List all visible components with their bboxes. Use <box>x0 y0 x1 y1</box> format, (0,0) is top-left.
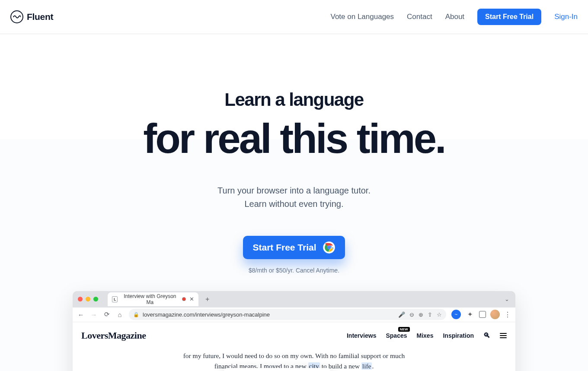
sitenav-inspiration[interactable]: Inspiration <box>443 332 474 339</box>
hero-section: Learn a language for real this time. Tur… <box>0 34 588 371</box>
site-nav: Interviews Spaces Mixes Inspiration 🔍︎ <box>347 332 507 339</box>
zoom-in-icon[interactable]: ⊕ <box>419 311 423 318</box>
minimize-dot-icon <box>86 297 90 301</box>
hero-sub1: Turn your browser into a language tutor. <box>0 184 588 197</box>
pronunciation-popup: PRONUNCIATION LESSON ✕ EN city (noun) <box>224 368 330 371</box>
nav-vote[interactable]: Vote on Languages <box>331 13 394 21</box>
svg-point-3 <box>327 246 330 249</box>
url-text: loversmagazine.com/interviews/greyson-ma… <box>143 311 270 318</box>
close-dot-icon <box>78 297 83 301</box>
hero-subtitle: Turn your browser into a language tutor.… <box>0 184 588 211</box>
tab-title: Interview with Greyson Ma <box>121 293 179 305</box>
hero-cta-label: Start Free Trial <box>252 242 316 253</box>
zoom-out-icon[interactable]: ⊖ <box>409 311 414 318</box>
hero-price: $8/mth or $50/yr. Cancel Anytime. <box>249 267 339 274</box>
browser-tab[interactable]: L Interview with Greyson Ma ✕ <box>108 292 198 306</box>
header-cta-button[interactable]: Start Free Trial <box>477 9 541 25</box>
url-bar[interactable]: 🔒 loversmagazine.com/interviews/greyson-… <box>129 309 446 320</box>
nav-contact[interactable]: Contact <box>407 13 432 21</box>
maximize-dot-icon <box>93 297 98 301</box>
back-icon[interactable]: ← <box>77 311 85 318</box>
browser-mockup: L Interview with Greyson Ma ✕ + ⌄ ← → ⟳ … <box>73 291 515 371</box>
tabs-dropdown-icon[interactable]: ⌄ <box>505 296 509 302</box>
chrome-icon <box>323 241 336 254</box>
hero-heading: Learn a language for real this time. <box>0 90 588 161</box>
share-icon[interactable]: ⇧ <box>428 311 432 318</box>
brand-logo[interactable]: Fluent <box>10 10 53 23</box>
lock-icon: 🔒 <box>133 312 139 317</box>
tab-close-icon[interactable]: ✕ <box>189 296 194 302</box>
highlighted-word-life[interactable]: life <box>361 362 372 370</box>
home-icon[interactable]: ⌂ <box>116 311 124 318</box>
reload-icon[interactable]: ⟳ <box>103 311 111 318</box>
main-nav: Vote on Languages Contact About Start Fr… <box>331 9 578 25</box>
signin-link[interactable]: Sign-In <box>554 13 578 21</box>
hero-cta-group: Start Free Trial $8/mth or $50/yr. Cance… <box>0 236 588 274</box>
hero-sub2: Learn without even trying. <box>0 197 588 211</box>
extension-icons: ~ ✦ ⋮ <box>451 310 511 319</box>
forward-icon: → <box>90 311 98 318</box>
sidepanel-icon[interactable] <box>479 311 486 318</box>
hero-line1: Learn a language <box>0 90 588 109</box>
browser-tabbar: L Interview with Greyson Ma ✕ + ⌄ <box>73 291 515 308</box>
browser-addressbar: ← → ⟳ ⌂ 🔒 loversmagazine.com/interviews/… <box>73 308 515 322</box>
url-right-icons: 🎤 ⊖ ⊕ ⇧ ☆ <box>398 311 442 318</box>
hero-cta-button[interactable]: Start Free Trial <box>243 236 345 259</box>
brand-name: Fluent <box>27 12 53 22</box>
mock-page-header: LoversMagazine Interviews Spaces Mixes I… <box>81 330 507 341</box>
sitenav-mixes[interactable]: Mixes <box>417 332 434 339</box>
profile-avatar[interactable] <box>490 310 500 319</box>
site-logo[interactable]: LoversMagazine <box>81 330 146 341</box>
fluent-extension-icon[interactable]: ~ <box>451 310 461 319</box>
site-header: Fluent Vote on Languages Contact About S… <box>0 0 588 34</box>
menu-icon[interactable]: ⋮ <box>504 311 511 319</box>
new-tab-button[interactable]: + <box>205 295 209 303</box>
mic-icon[interactable]: 🎤 <box>398 311 405 318</box>
search-icon[interactable]: 🔍︎ <box>483 332 490 339</box>
nav-about[interactable]: About <box>445 13 464 21</box>
extensions-icon[interactable]: ✦ <box>465 310 475 319</box>
star-icon[interactable]: ☆ <box>437 311 442 318</box>
recording-icon <box>182 297 186 301</box>
fluent-logo-icon <box>10 10 23 23</box>
tab-favicon: L <box>112 296 118 302</box>
hero-line2: for real this time. <box>0 117 588 161</box>
mock-page: LoversMagazine Interviews Spaces Mixes I… <box>73 322 515 371</box>
sitenav-spaces[interactable]: Spaces <box>386 332 407 339</box>
sitenav-interviews[interactable]: Interviews <box>347 332 376 339</box>
window-controls <box>78 297 98 301</box>
article-body: for my future, I would need to do so on … <box>182 351 406 371</box>
menu-burger-icon[interactable] <box>500 333 507 338</box>
